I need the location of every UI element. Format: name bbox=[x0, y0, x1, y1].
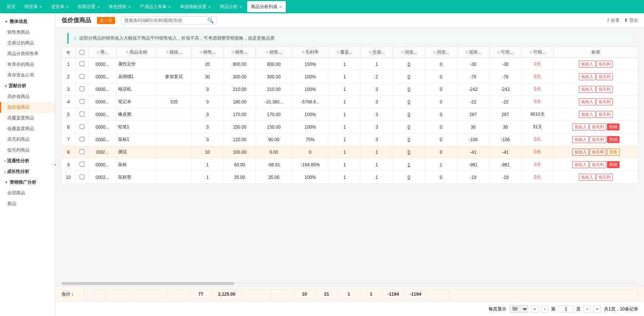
page-number-input[interactable] bbox=[559, 305, 573, 313]
row-views1[interactable]: 0 bbox=[393, 71, 425, 83]
row-checkbox[interactable] bbox=[80, 162, 84, 167]
row-checkbox[interactable] bbox=[80, 174, 84, 179]
nav-tab-analysis-list[interactable]: 商品分析列表 ✕ bbox=[247, 1, 286, 12]
row-checkbox-cell[interactable] bbox=[75, 159, 88, 171]
nav-tab-analysis-close[interactable]: ✕ bbox=[239, 5, 242, 9]
row-checkbox[interactable] bbox=[80, 112, 84, 116]
nav-tab-home[interactable]: 首页 bbox=[3, 1, 19, 12]
nav-tab-analysis[interactable]: 商品分析 ✕ bbox=[216, 1, 246, 12]
row-views1[interactable]: 0 bbox=[393, 58, 425, 71]
row-views1[interactable]: 0 bbox=[393, 83, 425, 96]
sidebar-item-low-coverage[interactable]: 低覆盖度商品 bbox=[0, 123, 55, 134]
row-checkbox[interactable] bbox=[80, 74, 84, 79]
period-button[interactable]: 近一月 bbox=[97, 17, 115, 24]
col-settings[interactable]: ⚙ bbox=[62, 47, 76, 58]
row-views1[interactable]: 0 bbox=[393, 133, 425, 146]
search-icon[interactable]: 🔍 bbox=[207, 17, 214, 23]
row-checkbox-cell[interactable] bbox=[75, 133, 88, 146]
row-checkbox[interactable] bbox=[80, 137, 84, 142]
first-page-btn[interactable]: « bbox=[531, 305, 539, 313]
sidebar-item-traded-goods[interactable]: 交易过的商品 bbox=[0, 38, 55, 48]
sidebar-group-overall[interactable]: ▼ 整体信息 bbox=[0, 16, 55, 27]
sidebar-group-liquidity[interactable]: › 流通性分析 bbox=[0, 156, 55, 166]
row-views1[interactable]: 0 bbox=[393, 96, 425, 108]
col-saleable-sort-icon[interactable]: ⇅ bbox=[529, 50, 532, 54]
next-page-btn[interactable]: › bbox=[584, 305, 590, 313]
row-checkbox[interactable] bbox=[80, 86, 84, 91]
col-amount-sort-icon[interactable]: ⇅ bbox=[231, 50, 234, 54]
col-margin-sort-icon[interactable]: ⇅ bbox=[302, 50, 305, 54]
col-checkbox[interactable] bbox=[75, 47, 88, 58]
row-checkbox-cell[interactable] bbox=[75, 83, 88, 96]
scroll-thumb[interactable] bbox=[61, 282, 234, 285]
nav-tab-purchase[interactable]: 进货单 ✕ bbox=[47, 1, 73, 12]
last-page-btn[interactable]: » bbox=[593, 305, 601, 313]
col-code-sort-icon[interactable]: ⇅ bbox=[97, 50, 100, 54]
sidebar-item-category-rate[interactable]: 商品分类销售率 bbox=[0, 48, 55, 59]
col-views1-sort-icon[interactable]: ⇅ bbox=[401, 50, 404, 54]
sidebar-item-sales-goods[interactable]: 销售类商品 bbox=[0, 27, 55, 38]
sidebar-item-low-margin[interactable]: 低毛利商品 bbox=[0, 145, 55, 156]
nav-tab-template-close[interactable]: ✕ bbox=[208, 5, 211, 9]
row-avg: 90.00 bbox=[256, 133, 292, 146]
row-checkbox[interactable] bbox=[80, 124, 84, 129]
export-button[interactable]: ⬆ 导出 bbox=[624, 17, 638, 24]
row-views1[interactable]: 0 bbox=[393, 171, 425, 184]
sidebar-item-new-goods[interactable]: 新品 bbox=[0, 198, 55, 209]
nav-tab-sales-close[interactable]: ✕ bbox=[39, 5, 42, 9]
sidebar-item-high-margin[interactable]: 高毛利商品 bbox=[0, 134, 55, 145]
col-qty-sort-icon[interactable]: ⇅ bbox=[199, 50, 202, 54]
col-trade-sort-icon[interactable]: ⇅ bbox=[369, 50, 372, 54]
sidebar-item-low-value[interactable]: 低价值商品 bbox=[0, 102, 55, 113]
sidebar-item-capital[interactable]: 库存资金占用 bbox=[0, 70, 55, 81]
nav-tab-role[interactable]: 角色授权 ✕ bbox=[105, 1, 135, 12]
sidebar-group-contribution[interactable]: ∨ 贡献分析 bbox=[0, 81, 55, 91]
row-checkbox[interactable] bbox=[80, 149, 84, 154]
nav-tab-permission-close[interactable]: ✕ bbox=[97, 5, 100, 9]
row-checkbox[interactable] bbox=[80, 61, 84, 66]
nav-tab-warehouse-close[interactable]: ✕ bbox=[168, 5, 171, 9]
per-page-select[interactable]: 50 100 200 bbox=[509, 305, 528, 313]
nav-tab-purchase-close[interactable]: ✕ bbox=[66, 5, 69, 9]
row-checkbox[interactable] bbox=[80, 99, 84, 104]
row-checkbox-cell[interactable] bbox=[75, 171, 88, 184]
sidebar-item-stock-goods[interactable]: 有库存的商品 bbox=[0, 59, 55, 70]
sidebar-item-high-coverage[interactable]: 高覆盖度商品 bbox=[0, 113, 55, 123]
col-spec-sort-icon[interactable]: ⇅ bbox=[166, 50, 169, 54]
nav-tab-permission[interactable]: 权限设置 ✕ bbox=[74, 1, 104, 12]
nav-tab-template[interactable]: 单据模板设置 ✕ bbox=[176, 1, 215, 12]
row-views1[interactable]: 0 bbox=[393, 108, 425, 121]
row-views1[interactable]: 0 bbox=[393, 146, 425, 159]
col-name-sort-icon[interactable]: ⇅ bbox=[126, 50, 129, 54]
row-checkbox-cell[interactable] bbox=[75, 58, 88, 71]
horizontal-scrollbar[interactable] bbox=[61, 282, 638, 285]
row-checkbox-cell[interactable] bbox=[75, 96, 88, 108]
sidebar-group-liquidity-label: 流通性分析 bbox=[7, 158, 29, 164]
settings-icon[interactable]: ⚙ bbox=[66, 50, 70, 55]
prev-page-btn[interactable]: ‹ bbox=[541, 305, 548, 313]
search-input[interactable] bbox=[124, 18, 206, 23]
share-button[interactable]: ⤴ 分享 bbox=[607, 17, 620, 24]
nav-tab-analysis-list-close[interactable]: ✕ bbox=[279, 5, 282, 9]
col-coverage-sort-icon[interactable]: ⇅ bbox=[336, 50, 339, 54]
row-checkbox-cell[interactable] bbox=[75, 121, 88, 133]
nav-tab-role-close[interactable]: ✕ bbox=[128, 5, 131, 9]
row-checkbox-cell[interactable] bbox=[75, 146, 88, 159]
col-views2-sort-icon[interactable]: ⇅ bbox=[433, 50, 436, 54]
col-current-sort-icon[interactable]: ⇅ bbox=[465, 50, 468, 54]
nav-tab-sales[interactable]: 销货单 ✕ bbox=[21, 1, 46, 12]
sidebar-item-all-goods[interactable]: 全部商品 bbox=[0, 188, 55, 198]
row-checkbox-cell[interactable] bbox=[75, 71, 88, 83]
row-amount: 300.00 bbox=[224, 71, 256, 83]
row-checkbox-cell[interactable] bbox=[75, 108, 88, 121]
sidebar-group-marketing[interactable]: ▼ 营销推广分析 bbox=[0, 177, 55, 188]
col-available-sort-icon[interactable]: ⇅ bbox=[497, 50, 500, 54]
sidebar-collapse-btn[interactable]: « bbox=[52, 162, 58, 168]
nav-tab-warehouse[interactable]: 产成品入库单 ✕ bbox=[136, 1, 175, 12]
sidebar-group-growth[interactable]: › 成长性分析 bbox=[0, 166, 55, 177]
sidebar-item-high-value[interactable]: 高价值商品 bbox=[0, 91, 55, 102]
row-views1[interactable]: 1 bbox=[393, 159, 425, 171]
row-views1[interactable]: 0 bbox=[393, 121, 425, 133]
select-all-checkbox[interactable] bbox=[80, 50, 84, 55]
col-avg-sort-icon[interactable]: ⇅ bbox=[266, 50, 269, 54]
